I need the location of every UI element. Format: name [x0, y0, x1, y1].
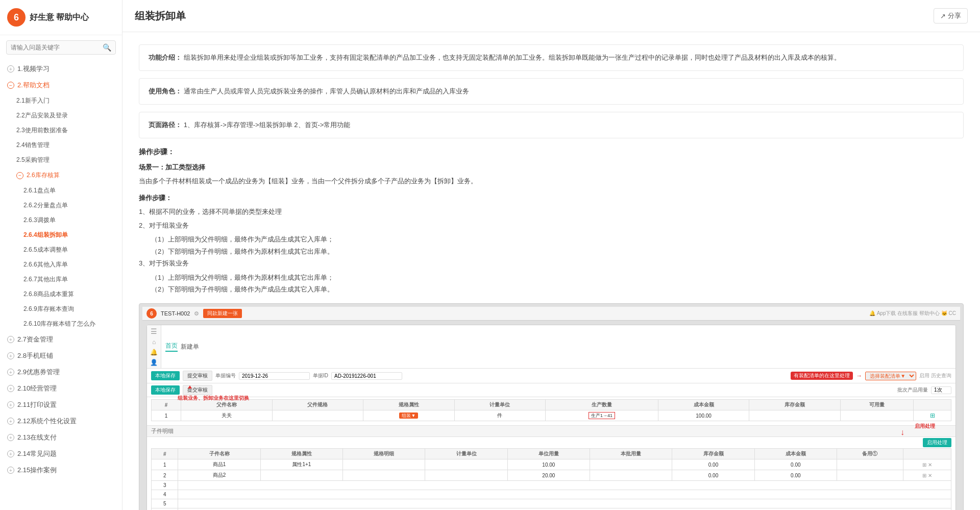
sidebar-item-267[interactable]: 2.6.7其他出库单 [23, 272, 122, 287]
sidebar-label-28: 2.8手机旺铺 [17, 351, 53, 360]
expand-icon-29: + [7, 369, 14, 376]
b2-detail [343, 470, 425, 481]
cell-qty: 生产1→41 [546, 410, 658, 421]
sidebar-item-29[interactable]: + 2.9优惠券管理 [0, 364, 122, 380]
sidebar-item-docs[interactable]: − 2.帮助文档 [0, 77, 122, 93]
tab-submit[interactable]: 提交审核 [183, 371, 212, 381]
sidebar-item-25[interactable]: 2.5采购管理 [16, 153, 122, 167]
sidebar-item-video[interactable]: + 1.视频学习 [0, 61, 122, 77]
b1-extra [837, 459, 903, 470]
select-config[interactable]: 选择装配清单▼ [865, 372, 916, 380]
share-icon: ↗ [940, 12, 946, 20]
sidebar-item-214[interactable]: + 2.14常见问题 [0, 446, 122, 462]
sub-table-header: 子件明细 [147, 425, 955, 437]
sidebar-item-2610[interactable]: 2.6.10库存账本错了怎么办 [23, 317, 122, 331]
cell-cost: 100.00 [658, 410, 749, 421]
row-ops-icon-2[interactable]: ⊞ ✕ [922, 473, 932, 478]
row-ops-icon[interactable]: ⊞ ✕ [922, 462, 932, 468]
sidebar-label-215: 2.15操作案例 [17, 466, 57, 475]
field-date[interactable] [239, 372, 310, 380]
sidebar-item-212[interactable]: + 2.12系统个性化设置 [0, 413, 122, 429]
search-input[interactable] [11, 44, 103, 51]
home-icon: ⌂ [152, 338, 156, 346]
expand-icon-211: + [7, 401, 14, 408]
type-tab-save[interactable]: 本地保存 [151, 385, 180, 395]
expand-icon-212: + [7, 418, 14, 425]
search-icon: 🔍 [103, 43, 111, 52]
bcol-cost-amt: 成本金额 [754, 449, 837, 459]
attr-select[interactable]: 组装▼ [399, 412, 418, 419]
sidebar-item-261[interactable]: 2.6.1盘点单 [23, 183, 122, 198]
step2-2: （2）下部明细为子件明细，最终作为原材料生成其它出库单。 [139, 246, 964, 257]
bell-icon: 🔔 [150, 349, 158, 356]
type-tab-submit[interactable]: 提交审核 [183, 385, 212, 395]
sidebar-item-27[interactable]: + 2.7资金管理 [0, 331, 122, 348]
sidebar-item-265[interactable]: 2.6.5成本调整单 [23, 242, 122, 257]
sidebar-item-26-label: 2.6库存核算 [27, 171, 60, 180]
cell-spec [272, 410, 363, 421]
steps-sub-heading: 操作步骤： [139, 193, 964, 203]
sidebar-item-264[interactable]: 2.6.4组装拆卸单 [23, 228, 122, 242]
sidebar: 6 好生意 帮助中心 🔍 + 1.视频学习 − 2.帮助文档 2.1新手入门 2… [0, 0, 122, 510]
b1-stock: 0.00 [672, 459, 754, 470]
bottom-header-row: # 子件名称 规格属性 规格明细 计量单位 单位用量 本批用量 库存金额 成本金… [152, 449, 951, 459]
collapse-icon: − [7, 82, 14, 89]
sidebar-item-215[interactable]: + 2.15操作案例 [0, 462, 122, 478]
new-record-button[interactable]: 同款新建一张 [203, 309, 242, 318]
sidebar-label-29: 2.9优惠券管理 [17, 368, 60, 377]
sidebar-item-23[interactable]: 2.3使用前数据准备 [16, 123, 122, 138]
sidebar-item-22[interactable]: 2.2产品安装及登录 [16, 108, 122, 123]
sidebar-label-214: 2.14常见问题 [17, 449, 57, 458]
col-attr: 规格属性 [363, 400, 455, 410]
sidebar-item-210[interactable]: + 2.10经营管理 [0, 380, 122, 397]
intro-text: 组装拆卸单用来处理企业组装或拆卸等加工业务，支持有固定装配清单的产品加工业务，也… [184, 54, 841, 61]
nav-item-new[interactable]: 新建单 [181, 343, 199, 351]
step3-1: （1）上部明细为父件明细，最终作为原材料生成其它出库单； [139, 272, 964, 283]
enable-process-button[interactable]: 启用处理 [923, 438, 951, 447]
sidebar-item-211[interactable]: + 2.11打印设置 [0, 397, 122, 413]
b3-num: 3 [152, 481, 178, 490]
b2-stock: 0.00 [672, 470, 754, 481]
menu-icon: ☰ [151, 327, 157, 335]
col-stock-amt: 库存金额 [749, 400, 841, 410]
step3-2: （2）下部明细为子件明细，最终作为产成品生成其它入库单。 [139, 283, 964, 295]
role-label: 使用角色： [149, 87, 182, 95]
tab-save[interactable]: 本地保存 [151, 371, 180, 380]
expand-icon: + [7, 65, 14, 72]
screenshot-container: 6 TEST-H002 ⚙ 同款新建一张 🔔 App下载 在线客服 帮助中心 🐱… [139, 303, 964, 510]
sidebar-item-268[interactable]: 2.6.8商品成本重算 [23, 287, 122, 302]
col-num: # [152, 400, 181, 410]
sidebar-item-24[interactable]: 2.4销售管理 [16, 138, 122, 153]
b2-extra [837, 470, 903, 481]
col-avail: 可用量 [840, 400, 914, 410]
sidebar-item-26[interactable]: − 2.6库存核算 [16, 167, 122, 183]
page-header: 组装拆卸单 ↗ 分享 [122, 0, 980, 32]
role-block: 使用角色： 通常由生产人员或库管人员完成拆装业务的操作，库管人员确认原材料的出库… [139, 78, 964, 105]
sidebar-item-266[interactable]: 2.6.6其他入库单 [23, 257, 122, 272]
nav-sub-26: 2.6.1盘点单 2.6.2分量盘点单 2.6.3调拨单 2.6.4组装拆卸单 … [16, 183, 122, 331]
sidebar-item-213[interactable]: + 2.13在线支付 [0, 429, 122, 446]
b2-ops: ⊞ ✕ [903, 470, 951, 481]
cell-unit: 件 [454, 410, 546, 421]
step2-1: （1）上部明细为父件明细，最终作为产成品生成其它入库单； [139, 233, 964, 245]
btable-row-3: 3 [152, 481, 951, 490]
nav-item-home[interactable]: 首页 [165, 342, 178, 352]
search-box[interactable]: 🔍 [6, 40, 116, 55]
field-id[interactable] [331, 372, 402, 380]
bcol-ops [903, 449, 951, 459]
bcol-batch-qty: 本批用量 [590, 449, 672, 459]
sidebar-item-21[interactable]: 2.1新手入门 [16, 93, 122, 108]
batch-input[interactable] [931, 386, 951, 394]
sidebar-item-28[interactable]: + 2.8手机旺铺 [0, 348, 122, 364]
content-area: 功能介绍： 组装拆卸单用来处理企业组装或拆卸等加工业务，支持有固定装配清单的产品… [122, 32, 980, 510]
expand-icon-27: + [7, 336, 14, 343]
bcol-num: # [152, 449, 178, 459]
sidebar-item-label: 1.视频学习 [17, 64, 50, 74]
b1-bqty [590, 459, 672, 470]
expand-row-icon[interactable]: ⊞ [930, 412, 935, 419]
sidebar-item-262[interactable]: 2.6.2分量盘点单 [23, 198, 122, 213]
share-button[interactable]: ↗ 分享 [934, 8, 968, 23]
sidebar-item-263[interactable]: 2.6.3调拨单 [23, 213, 122, 228]
sidebar-item-269[interactable]: 2.6.9库存账本查询 [23, 302, 122, 317]
sidebar-label-27: 2.7资金管理 [17, 335, 53, 344]
